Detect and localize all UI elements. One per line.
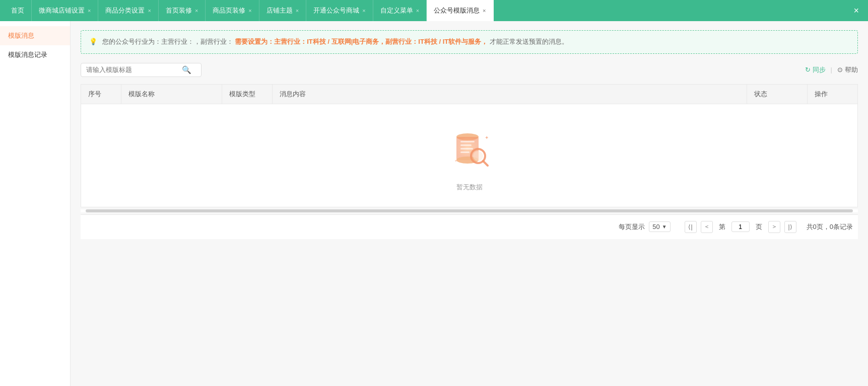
topbar-tab-0[interactable]: 首页: [4, 0, 32, 21]
search-input-wrap: 🔍: [81, 63, 202, 77]
total-label: 共0页，0条记录: [807, 222, 853, 231]
svg-rect-3: [460, 141, 475, 142]
topbar-tab-3[interactable]: 首页装修×: [159, 0, 206, 21]
close-all-button[interactable]: ×: [848, 6, 864, 16]
table-header-3: 消息内容: [273, 84, 747, 104]
divider: |: [831, 66, 832, 73]
topbar-tab-6[interactable]: 开通公众号商城×: [306, 0, 373, 21]
svg-line-9: [483, 161, 488, 166]
last-page-button[interactable]: |⟩: [784, 221, 796, 233]
tab-close-1[interactable]: ×: [88, 8, 91, 14]
sidebar: 模版消息模版消息记录: [0, 21, 71, 386]
scrollbar-wrap: [81, 209, 858, 212]
notice-banner: 💡 您的公众号行业为：主营行业：，副营行业： 需要设置为：主营行业：IT科技 /…: [81, 30, 858, 54]
table-header-4: 状态: [747, 84, 808, 104]
topbar-tab-8[interactable]: 公众号模版消息×: [427, 0, 493, 21]
tab-label-0: 首页: [11, 6, 24, 15]
svg-rect-5: [460, 148, 473, 149]
page-di-label: 第: [719, 222, 725, 231]
table-header-2: 模版类型: [222, 84, 273, 104]
svg-text:✦: ✦: [454, 159, 457, 163]
page-size-label: 每页显示: [619, 222, 645, 231]
notice-suffix: 才能正常发送预置的消息。: [490, 38, 568, 45]
tab-label-4: 商品页装修: [213, 6, 245, 15]
svg-rect-4: [460, 144, 472, 146]
chevron-down-icon: ▼: [662, 224, 667, 229]
tab-close-2[interactable]: ×: [148, 8, 151, 14]
tab-close-3[interactable]: ×: [195, 8, 198, 14]
main-layout: 模版消息模版消息记录 💡 您的公众号行业为：主营行业：，副营行业： 需要设置为：…: [0, 21, 868, 386]
sync-button[interactable]: ↻ 同步: [805, 65, 826, 74]
sync-label: 同步: [813, 65, 826, 74]
tab-label-3: 首页装修: [166, 6, 192, 15]
next-page-button[interactable]: ＞: [768, 221, 780, 233]
svg-text:✦: ✦: [485, 135, 489, 140]
data-table: 序号模版名称模版类型消息内容状态操作: [81, 84, 858, 207]
help-icon: ⊙: [837, 66, 843, 73]
topbar-tab-5[interactable]: 店铺主题×: [259, 0, 306, 21]
topbar-tab-1[interactable]: 微商城店铺设置×: [32, 0, 98, 21]
scrollbar-track[interactable]: [86, 209, 853, 212]
tab-close-6[interactable]: ×: [362, 8, 365, 14]
empty-illustration: ✦ ✦: [444, 124, 495, 175]
table-header-0: 序号: [81, 84, 121, 104]
sync-icon: ↻: [805, 66, 811, 73]
toolbar-right: ↻ 同步 | ⊙ 帮助: [805, 65, 858, 74]
notice-highlight: 需要设置为：主营行业：IT科技 / 互联网|电子商务，副营行业：IT科技 / I…: [235, 38, 488, 45]
table-header-5: 操作: [808, 84, 858, 104]
sidebar-item-1[interactable]: 模版消息记录: [0, 45, 70, 64]
tab-label-6: 开通公众号商城: [313, 6, 359, 15]
topbar-tab-4[interactable]: 商品页装修×: [206, 0, 259, 21]
svg-rect-6: [460, 151, 470, 153]
tab-label-5: 店铺主题: [266, 6, 293, 15]
help-label: 帮助: [845, 65, 858, 74]
tab-label-1: 微商城店铺设置: [39, 6, 85, 15]
table-header-1: 模版名称: [121, 84, 222, 104]
tab-label-2: 商品分类设置: [105, 6, 145, 15]
empty-text: 暂无数据: [81, 183, 857, 192]
tab-close-4[interactable]: ×: [248, 8, 251, 14]
page-size-value: 50: [652, 223, 659, 230]
page-number-input[interactable]: [731, 221, 750, 232]
search-input[interactable]: [86, 66, 182, 73]
page-label: 页: [756, 222, 762, 231]
tab-label-7: 自定义菜单: [380, 6, 413, 15]
tab-close-8[interactable]: ×: [483, 8, 486, 14]
page-size-selector[interactable]: 50 ▼: [649, 221, 670, 232]
tab-close-5[interactable]: ×: [296, 8, 299, 14]
notice-prefix: 您的公众号行业为：主营行业：，副营行业：: [102, 38, 233, 45]
prev-page-button[interactable]: ＜: [701, 221, 713, 233]
empty-state: ✦ ✦ 暂无数据: [81, 104, 857, 207]
tab-label-8: 公众号模版消息: [434, 6, 480, 15]
content-area: 💡 您的公众号行业为：主营行业：，副营行业： 需要设置为：主营行业：IT科技 /…: [71, 21, 868, 386]
search-icon[interactable]: 🔍: [182, 65, 191, 74]
topbar-tab-2[interactable]: 商品分类设置×: [98, 0, 158, 21]
tab-close-7[interactable]: ×: [416, 8, 419, 14]
topbar: 首页微商城店铺设置×商品分类设置×首页装修×商品页装修×店铺主题×开通公众号商城…: [0, 0, 868, 21]
search-bar: 🔍 ↻ 同步 | ⊙ 帮助: [81, 63, 858, 77]
pagination: 每页显示 50 ▼ ⟨| ＜ 第 页 ＞ |⟩ 共0页，0条记录: [81, 214, 858, 239]
topbar-tab-7[interactable]: 自定义菜单×: [373, 0, 427, 21]
sidebar-item-0[interactable]: 模版消息: [0, 26, 70, 45]
bulb-icon: 💡: [89, 38, 97, 45]
first-page-button[interactable]: ⟨|: [685, 221, 697, 233]
table-container: 序号模版名称模版类型消息内容状态操作: [81, 84, 858, 239]
svg-point-8: [473, 151, 483, 161]
help-button[interactable]: ⊙ 帮助: [837, 65, 858, 74]
